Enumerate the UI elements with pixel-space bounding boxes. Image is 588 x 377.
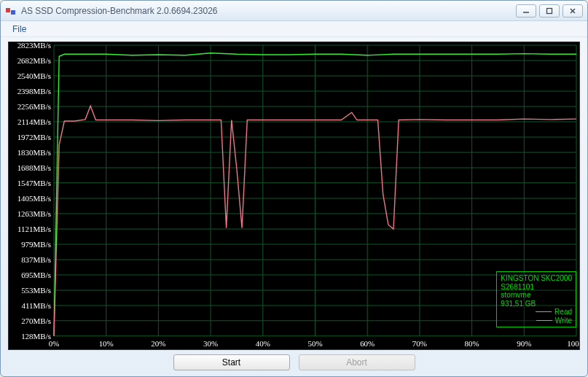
close-button[interactable] bbox=[562, 4, 583, 18]
svg-text:553MB/s: 553MB/s bbox=[21, 286, 51, 295]
window-controls bbox=[516, 4, 583, 18]
svg-text:50%: 50% bbox=[307, 339, 322, 348]
legend-write-label: Write bbox=[555, 316, 572, 325]
svg-rect-3 bbox=[547, 8, 552, 13]
svg-text:979MB/s: 979MB/s bbox=[21, 240, 51, 249]
compression-chart: 128MB/s270MB/s411MB/s553MB/s695MB/s837MB… bbox=[9, 42, 579, 349]
chart-area: 128MB/s270MB/s411MB/s553MB/s695MB/s837MB… bbox=[8, 42, 580, 350]
svg-text:30%: 30% bbox=[203, 339, 218, 348]
svg-rect-1 bbox=[11, 10, 15, 15]
svg-text:2398MB/s: 2398MB/s bbox=[17, 87, 51, 96]
svg-text:10%: 10% bbox=[99, 339, 114, 348]
button-row: Start Abort bbox=[1, 353, 587, 376]
legend-box: KINGSTON SKC2000 S2681101 stornvme 931,5… bbox=[496, 271, 576, 327]
legend-swatch-read bbox=[536, 311, 552, 312]
svg-text:2823MB/s: 2823MB/s bbox=[17, 42, 51, 50]
titlebar: AS SSD Compression-Benchmark 2.0.6694.23… bbox=[1, 1, 587, 21]
svg-text:837MB/s: 837MB/s bbox=[21, 255, 51, 264]
svg-text:20%: 20% bbox=[151, 339, 165, 348]
maximize-button[interactable] bbox=[539, 4, 560, 18]
window-title: AS SSD Compression-Benchmark 2.0.6694.23… bbox=[21, 6, 516, 16]
legend-serial: S2681101 bbox=[501, 283, 572, 292]
svg-text:1405MB/s: 1405MB/s bbox=[17, 194, 51, 203]
svg-text:1972MB/s: 1972MB/s bbox=[17, 133, 51, 141]
legend-capacity: 931,51 GB bbox=[501, 300, 572, 308]
svg-text:1263MB/s: 1263MB/s bbox=[17, 209, 51, 218]
menu-file[interactable]: File bbox=[7, 23, 32, 36]
legend-read: Read bbox=[501, 308, 572, 316]
app-window: AS SSD Compression-Benchmark 2.0.6694.23… bbox=[0, 0, 588, 377]
svg-text:695MB/s: 695MB/s bbox=[21, 271, 51, 279]
svg-text:128MB/s: 128MB/s bbox=[21, 332, 51, 341]
legend-driver: stornvme bbox=[501, 291, 572, 300]
svg-text:60%: 60% bbox=[360, 339, 375, 348]
svg-text:1121MB/s: 1121MB/s bbox=[17, 225, 51, 233]
svg-text:270MB/s: 270MB/s bbox=[21, 316, 51, 325]
legend-swatch-write bbox=[536, 320, 552, 321]
minimize-icon bbox=[522, 7, 530, 15]
svg-text:1547MB/s: 1547MB/s bbox=[17, 179, 51, 187]
svg-text:1688MB/s: 1688MB/s bbox=[17, 163, 51, 172]
abort-button: Abort bbox=[299, 354, 415, 370]
svg-text:2256MB/s: 2256MB/s bbox=[17, 102, 51, 111]
svg-text:100%: 100% bbox=[567, 339, 579, 348]
close-icon bbox=[569, 7, 576, 15]
legend-write: Write bbox=[501, 316, 572, 325]
legend-device: KINGSTON SKC2000 bbox=[501, 274, 572, 283]
maximize-icon bbox=[546, 7, 553, 15]
svg-text:411MB/s: 411MB/s bbox=[22, 301, 51, 310]
svg-rect-0 bbox=[6, 8, 10, 12]
svg-text:2682MB/s: 2682MB/s bbox=[17, 56, 51, 65]
app-icon bbox=[5, 5, 17, 17]
start-button[interactable]: Start bbox=[173, 354, 290, 370]
svg-text:2114MB/s: 2114MB/s bbox=[17, 117, 51, 126]
menubar: File bbox=[1, 21, 587, 37]
svg-text:2540MB/s: 2540MB/s bbox=[17, 71, 51, 80]
svg-text:0%: 0% bbox=[49, 339, 60, 348]
minimize-button[interactable] bbox=[516, 4, 536, 18]
svg-text:40%: 40% bbox=[256, 339, 270, 348]
svg-text:90%: 90% bbox=[517, 339, 531, 348]
svg-text:80%: 80% bbox=[465, 339, 479, 348]
svg-text:70%: 70% bbox=[412, 339, 427, 348]
legend-read-label: Read bbox=[554, 308, 572, 316]
svg-text:1830MB/s: 1830MB/s bbox=[17, 148, 51, 157]
